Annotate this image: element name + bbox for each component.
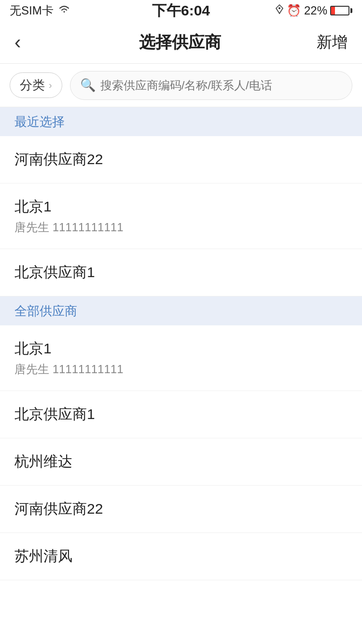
- status-left: 无SIM卡: [10, 3, 71, 18]
- status-time: 下午6:04: [152, 1, 210, 21]
- supplier-name: 河南供应商22: [14, 499, 348, 519]
- status-right: ⏰ 22%: [275, 4, 352, 17]
- supplier-name: 北京1: [14, 197, 348, 217]
- location-icon: [275, 4, 284, 17]
- section-header-text-recent: 最近选择: [14, 113, 65, 130]
- status-bar: 无SIM卡 下午6:04 ⏰ 22%: [0, 0, 362, 21]
- add-button[interactable]: 新增: [317, 32, 348, 53]
- search-box: 🔍: [70, 71, 352, 100]
- search-input[interactable]: [100, 79, 342, 92]
- battery-percentage: 22%: [304, 4, 327, 17]
- section-header-all: 全部供应商: [0, 296, 362, 325]
- list-item[interactable]: 苏州清风: [0, 533, 362, 580]
- supplier-name: 北京供应商1: [14, 405, 348, 424]
- page-title: 选择供应商: [139, 31, 221, 54]
- svg-point-0: [278, 7, 280, 9]
- list-item[interactable]: 北京1唐先生 11111111111: [0, 325, 362, 391]
- supplier-name: 北京供应商1: [14, 263, 348, 282]
- search-icon: 🔍: [80, 78, 96, 93]
- supplier-name: 河南供应商22: [14, 150, 348, 169]
- list-item[interactable]: 北京供应商1: [0, 249, 362, 296]
- section-header-recent: 最近选择: [0, 107, 362, 136]
- supplier-sub: 唐先生 11111111111: [14, 220, 348, 235]
- back-button[interactable]: ‹: [14, 31, 43, 53]
- category-button[interactable]: 分类 ›: [10, 72, 62, 98]
- list-item[interactable]: 北京供应商1: [0, 391, 362, 438]
- alarm-icon: ⏰: [287, 4, 301, 17]
- list-item[interactable]: 河南供应商22: [0, 486, 362, 533]
- battery-icon: [330, 6, 352, 15]
- carrier-text: 无SIM卡: [10, 3, 54, 18]
- list-item[interactable]: 杭州维达: [0, 438, 362, 486]
- list-item[interactable]: 河南供应商22: [0, 136, 362, 183]
- chevron-right-icon: ›: [49, 80, 52, 91]
- section-header-text-all: 全部供应商: [14, 303, 77, 320]
- supplier-sub: 唐先生 11111111111: [14, 362, 348, 377]
- wifi-icon: [57, 4, 71, 17]
- supplier-name: 杭州维达: [14, 452, 348, 472]
- supplier-name: 北京1: [14, 339, 348, 359]
- category-label: 分类: [20, 77, 45, 94]
- supplier-name: 苏州清风: [14, 546, 348, 566]
- list-item[interactable]: 北京1唐先生 11111111111: [0, 183, 362, 249]
- nav-bar: ‹ 选择供应商 新增: [0, 21, 362, 64]
- supplier-list: 最近选择河南供应商22北京1唐先生 11111111111北京供应商1全部供应商…: [0, 107, 362, 580]
- filter-bar: 分类 › 🔍: [0, 64, 362, 107]
